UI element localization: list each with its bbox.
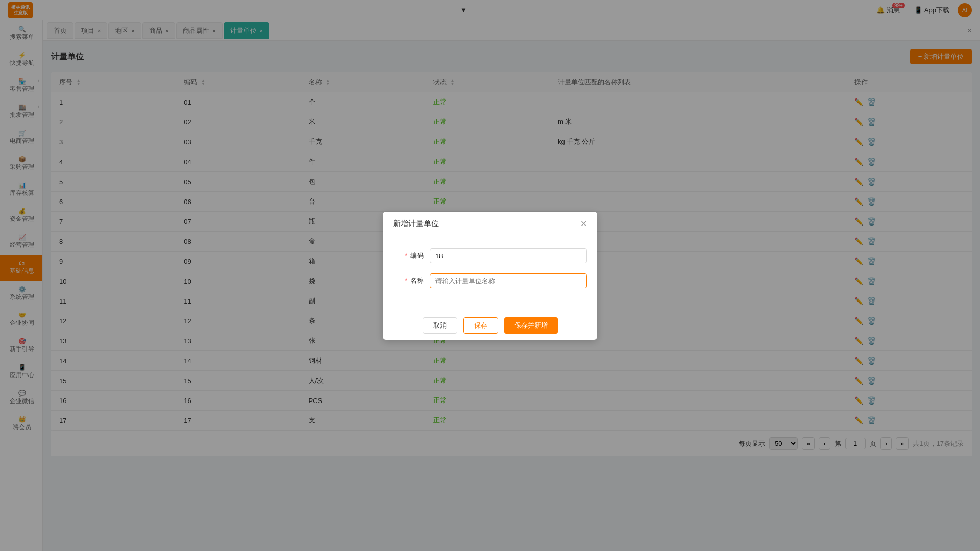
modal-title: 新增计量单位 [393, 219, 439, 229]
code-required: * [405, 252, 407, 259]
modal-header: 新增计量单位 ✕ [383, 212, 597, 236]
name-input[interactable] [430, 273, 587, 288]
modal-close-btn[interactable]: ✕ [580, 219, 587, 229]
form-row-code: * 编码 [393, 248, 587, 263]
save-and-new-button[interactable]: 保存并新增 [504, 317, 558, 334]
code-input[interactable] [430, 248, 587, 263]
cancel-button[interactable]: 取消 [423, 317, 457, 334]
add-unit-modal: 新增计量单位 ✕ * 编码 * 名称 取消 保存 保存并新增 [383, 212, 597, 340]
modal-body: * 编码 * 名称 [383, 236, 597, 311]
save-button[interactable]: 保存 [463, 317, 498, 334]
name-label: * 名称 [393, 276, 424, 285]
modal-overlay[interactable]: 新增计量单位 ✕ * 编码 * 名称 取消 保存 保存并新增 [0, 0, 980, 551]
name-required: * [405, 277, 407, 284]
form-row-name: * 名称 [393, 273, 587, 288]
code-label: * 编码 [393, 251, 424, 260]
modal-footer: 取消 保存 保存并新增 [383, 311, 597, 340]
